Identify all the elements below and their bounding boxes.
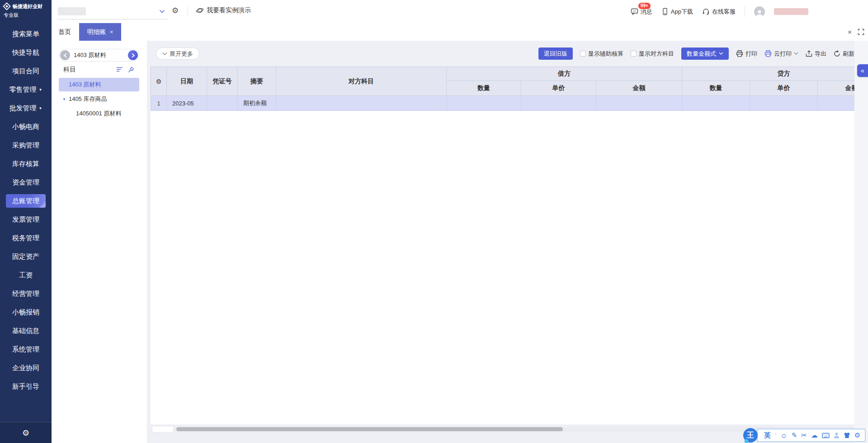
col-header-credit-qty[interactable]: 数量 xyxy=(682,81,750,96)
sidebar-item-project-contract[interactable]: 项目合同 xyxy=(0,62,52,81)
collapse-panel-tab[interactable]: « xyxy=(857,64,868,77)
scrollbar-corner xyxy=(152,426,174,433)
tree-item-1405[interactable]: ▼ 1405 库存商品 xyxy=(59,92,139,106)
subject-tree-panel: 1403 原材料 科目 1403 原材料 ▼ 1405 库存商品 1405000… xyxy=(52,41,147,443)
display-mode-dropdown[interactable]: 数量金额式 xyxy=(681,48,729,60)
sidebar-item-invoice[interactable]: 发票管理 xyxy=(0,210,52,229)
tab-home[interactable]: 首页 xyxy=(58,23,71,41)
emoji-icon[interactable]: ☺ xyxy=(780,432,787,439)
tree-item-1403[interactable]: 1403 原材料 xyxy=(59,78,139,91)
sidebar-item-fixed-assets[interactable]: 固定资产 xyxy=(0,248,52,266)
cell-credit-qty[interactable] xyxy=(682,96,750,111)
cell-counter-subject[interactable] xyxy=(276,96,447,111)
checkbox-icon[interactable] xyxy=(631,51,637,57)
cell-summary[interactable]: 期初余额 xyxy=(238,96,276,111)
workspace-chevron-down-icon[interactable] xyxy=(159,10,165,14)
sidebar-item-collaboration[interactable]: 企业协同 xyxy=(0,359,52,377)
cell-debit-amount[interactable] xyxy=(596,96,682,111)
ime-logo-icon[interactable]: 王 xyxy=(743,428,758,443)
divider xyxy=(745,6,745,17)
search-value: 1403 原材料 xyxy=(70,51,128,59)
back-chevron-icon[interactable] xyxy=(60,50,70,60)
show-aux-checkbox[interactable]: 显示辅助核算 xyxy=(580,50,623,58)
show-counter-subject-checkbox[interactable]: 显示对方科目 xyxy=(631,50,674,58)
sidebar-item-quick-nav[interactable]: 快捷导航 xyxy=(0,43,52,62)
pin-icon[interactable] xyxy=(128,67,134,73)
sidebar-item-ecommerce[interactable]: 小畅电商 xyxy=(0,118,52,136)
sidebar-item-tax[interactable]: 税务管理 xyxy=(0,229,52,248)
avatar[interactable] xyxy=(754,6,765,17)
refresh-button[interactable]: 刷新 xyxy=(834,50,854,58)
filter-list-icon[interactable] xyxy=(116,67,123,73)
forward-chevron-icon[interactable] xyxy=(128,50,138,60)
col-header-voucher-no[interactable]: 凭证号 xyxy=(207,67,238,96)
checkbox-icon[interactable] xyxy=(580,51,586,57)
close-all-icon[interactable]: × xyxy=(848,28,852,36)
col-header-credit-amount[interactable]: 金额 xyxy=(818,81,854,96)
divider xyxy=(188,6,188,17)
ime-punctuation[interactable]: ’ xyxy=(775,432,776,439)
scrollbar-thumb[interactable] xyxy=(176,427,563,431)
tree-item-14050001[interactable]: 14050001 原材料 xyxy=(59,107,139,120)
sidebar-item-funds[interactable]: 资金管理 xyxy=(0,173,52,192)
workspace-name-redacted[interactable] xyxy=(58,7,86,15)
person-icon[interactable] xyxy=(834,432,840,438)
sidebar-item-search-menu[interactable]: 搜索菜单 xyxy=(0,25,52,43)
caret-down-icon: ▼ xyxy=(39,106,42,110)
sidebar-item-general-ledger[interactable]: 总账管理 xyxy=(0,192,52,210)
brand-logo: 畅捷通好业财 专业版 xyxy=(0,0,52,23)
col-header-credit-price[interactable]: 单价 xyxy=(750,81,818,96)
pencil-icon[interactable]: ✎ xyxy=(792,431,797,439)
col-header-debit-qty[interactable]: 数量 xyxy=(447,81,521,96)
cloud-icon[interactable]: ☁ xyxy=(811,431,818,439)
return-old-version-button[interactable]: 退回旧版 xyxy=(538,48,573,60)
online-service-button[interactable]: 在线客服 xyxy=(702,8,736,16)
subject-search-input[interactable]: 1403 原材料 xyxy=(59,49,139,62)
ime-language-toggle[interactable]: 英 xyxy=(764,431,771,440)
column-settings-gear-icon[interactable]: ⚙ xyxy=(151,67,167,96)
sidebar-item-beginner-guide[interactable]: 新手引导 xyxy=(0,377,52,396)
settings-gear-icon[interactable]: ⚙ xyxy=(22,428,29,438)
sidebar-item-reimburse[interactable]: 小畅报销 xyxy=(0,303,52,322)
sidebar-item-purchase[interactable]: 采购管理 xyxy=(0,136,52,155)
fullscreen-icon[interactable] xyxy=(858,29,864,35)
sidebar-item-wholesale[interactable]: 批发管理▼ xyxy=(0,99,52,118)
skin-shirt-icon[interactable] xyxy=(844,432,850,438)
app-download-button[interactable]: App下载 xyxy=(661,8,693,16)
print-button[interactable]: 打印 xyxy=(736,50,757,58)
cell-credit-price[interactable] xyxy=(750,96,818,111)
sidebar-item-inventory[interactable]: 库存核算 xyxy=(0,155,52,173)
demo-link[interactable]: 我要看实例演示 xyxy=(196,6,251,14)
cell-debit-qty[interactable] xyxy=(447,96,521,111)
ime-settings-gear-icon[interactable]: ⚙ xyxy=(854,431,860,439)
col-header-debit-amount[interactable]: 金额 xyxy=(596,81,682,96)
main-content: 展开更多 退回旧版 显示辅助核算 显示对方科目 数量金额式 打 xyxy=(147,41,868,443)
sidebar-item-operations[interactable]: 经营管理 xyxy=(0,285,52,303)
topbar-gear-icon[interactable]: ⚙ xyxy=(172,6,179,15)
tab-detail-ledger[interactable]: 明细账 × xyxy=(79,23,121,41)
messages-button[interactable]: 消息 99+ xyxy=(631,8,652,16)
sidebar-item-payroll[interactable]: 工资 xyxy=(0,266,52,285)
messages-badge: 99+ xyxy=(638,2,651,10)
cell-credit-amount[interactable] xyxy=(818,96,854,111)
keyboard-icon[interactable] xyxy=(822,433,830,438)
table-row[interactable]: 1 2023-05 期初余额 xyxy=(151,96,855,111)
sidebar-item-retail[interactable]: 零售管理▼ xyxy=(0,81,52,99)
cell-debit-price[interactable] xyxy=(521,96,596,111)
tab-close-icon[interactable]: × xyxy=(110,29,113,35)
cloud-print-dropdown[interactable]: 云打印 xyxy=(764,50,798,58)
expand-more-button[interactable]: 展开更多 xyxy=(156,48,199,60)
col-header-date[interactable]: 日期 xyxy=(167,67,207,96)
sidebar-item-system[interactable]: 系统管理 xyxy=(0,340,52,359)
refresh-icon xyxy=(834,50,840,57)
col-header-counter-subject[interactable]: 对方科目 xyxy=(276,67,447,96)
cell-date[interactable]: 2023-05 xyxy=(167,96,207,111)
tree-caret-down-icon[interactable]: ▼ xyxy=(62,97,66,101)
col-group-credit: 贷方 xyxy=(682,67,854,81)
cell-voucher-no[interactable] xyxy=(207,96,238,111)
export-button[interactable]: 导出 xyxy=(806,50,826,58)
col-header-summary[interactable]: 摘要 xyxy=(238,67,276,96)
scissors-icon[interactable]: ✂ xyxy=(801,431,807,439)
col-header-debit-price[interactable]: 单价 xyxy=(521,81,596,96)
sidebar-item-base-info[interactable]: 基础信息 xyxy=(0,322,52,340)
